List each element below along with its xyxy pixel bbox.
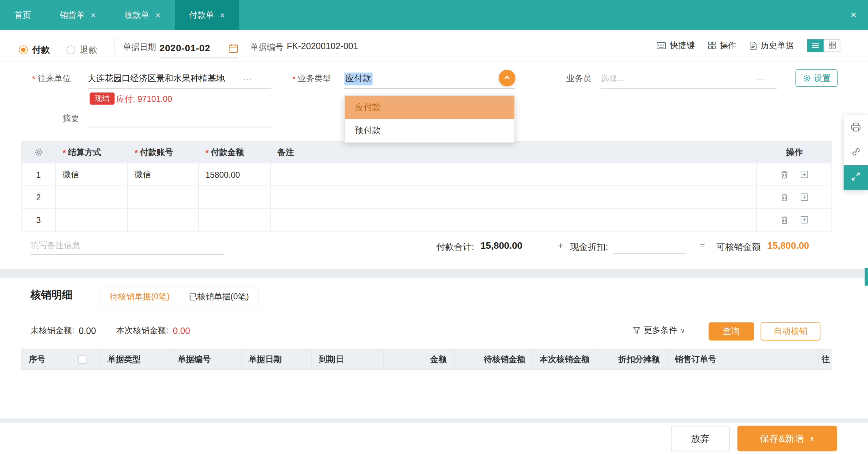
header-label: 单据编号 [178,354,211,365]
required-icon: * [135,148,138,157]
order-remark-input[interactable]: 填写备注信息 [30,237,224,255]
header-partner-clipped: 往 [819,349,832,369]
add-row-icon[interactable] [801,216,808,224]
remark-cell[interactable] [271,209,757,231]
more-conditions-button[interactable]: 更多条件 ∨ [633,325,685,336]
list-lines-icon [812,41,820,50]
checkbox-icon[interactable] [78,355,86,363]
link-icon [851,147,861,159]
partner-value: 大连花园口经济区景和水果种植基地 [87,73,224,85]
tab-label: 收款单 [124,10,149,20]
payment-account-cell[interactable] [128,186,199,208]
header-label: 备注 [277,147,294,158]
writeoff-panel: 核销明细 待核销单据(0笔) 已核销单据(0笔) 未核销金额: 0.00 本次核… [0,278,868,419]
collapse-dropdown-button[interactable] [499,70,516,87]
document-icon [750,41,757,50]
close-tab-icon[interactable]: × [91,11,96,19]
dropdown-option-payable[interactable]: 应付款 [345,96,514,119]
dropdown-option-prepaid[interactable]: 预付款 [345,119,514,142]
column-settings-cell[interactable] [22,142,56,163]
discard-button[interactable]: 放弃 [671,426,730,451]
row-number-text: 1 [36,170,41,179]
table-row: 3 [22,208,831,231]
list-view-toggle[interactable] [807,39,824,52]
close-tab-icon[interactable]: × [155,11,160,19]
grid-icon [708,42,716,50]
tab-sales-order[interactable]: 销货单 × [45,0,110,30]
tab-done-writeoff[interactable]: 已核销单据(0笔) [180,287,259,307]
partner-label-group: * 往来单位 [32,74,71,84]
topbar-spacer [239,0,839,30]
settlement-method-cell[interactable]: 微信 [56,163,128,185]
date-value: 2020-01-02 [159,43,210,54]
equals-sign: = [700,241,705,251]
tab-home[interactable]: 首页 [0,0,45,30]
divider [114,37,115,54]
tab-payment-order[interactable]: 付款单 × [175,0,239,30]
settings-button[interactable]: 设置 [796,69,838,87]
auto-writeoff-button[interactable]: 自动核销 [761,322,821,340]
radio-refund[interactable]: 退款 [66,44,97,56]
fullscreen-tool-button[interactable] [844,165,868,190]
radio-label: 付款 [32,44,50,56]
tool-label: 快捷键 [670,40,695,51]
gear-icon [802,74,811,82]
date-input[interactable]: 2020-01-02 [159,39,238,58]
grid-view-toggle[interactable] [824,39,841,52]
discount-input[interactable] [613,237,686,254]
biztype-label: 业务类型 [298,74,331,84]
header-label: 金额 [430,354,447,365]
delete-row-icon[interactable] [781,193,789,201]
header-current-amount: 本次核销金额 [533,349,597,369]
close-window-icon[interactable]: × [839,0,868,30]
partner-input[interactable]: 大连花园口经济区景和水果种植基地 ··· [87,70,271,89]
delete-row-icon[interactable] [781,170,789,179]
payable-amount-text: 应付: 97101.00 [116,94,172,105]
grid-view-icon [828,41,836,50]
scrollbar-thumb[interactable] [865,268,868,286]
query-button[interactable]: 查询 [709,322,754,340]
payment-amount-cell[interactable] [199,186,271,208]
header-label: 单据日期 [249,354,282,365]
add-row-icon[interactable] [801,193,808,201]
unwritten-amount: 未核销金额: 0.00 [30,326,96,336]
settlement-method-cell[interactable] [56,209,128,231]
summary-input[interactable] [87,109,271,128]
tab-pending-writeoff[interactable]: 待核销单据(0笔) [100,287,180,307]
remark-cell[interactable] [271,163,757,185]
delete-row-icon[interactable] [781,216,789,224]
remark-cell[interactable] [271,186,757,208]
tab-receipt-order[interactable]: 收款单 × [110,0,175,30]
date-label: 单据日期 [123,42,156,53]
settlement-method-cell[interactable] [56,186,128,208]
lookup-ellipsis-icon[interactable]: ··· [757,74,766,83]
required-icon: * [292,74,295,83]
header-label: 付款账号 [140,147,173,158]
current-writeoff-amount: 本次核销金额: 0.00 [116,326,190,336]
calendar-icon[interactable] [229,44,238,53]
payment-account-cell[interactable] [128,209,199,231]
salesman-input[interactable]: 选择... ··· [601,70,777,89]
payment-amount-cell[interactable] [199,209,271,231]
row-operations-cell [757,186,832,208]
operations-button[interactable]: 操作 [708,40,736,51]
writeoff-available-value: 15,800.00 [767,240,809,251]
header-pending-amount: 待核销金额 [455,349,533,369]
add-row-icon[interactable] [801,171,808,179]
history-docs-button[interactable]: 历史单据 [750,40,794,51]
radio-payment[interactable]: 付款 [19,44,50,56]
gear-icon [34,148,43,157]
payment-amount-cell[interactable]: 15800.00 [199,163,271,185]
header-toolbar: 快捷键 操作 历史单据 [657,30,841,61]
print-tool-button[interactable] [844,115,868,140]
doc-no-value: FK-20200102-001 [287,42,358,52]
close-tab-icon[interactable]: × [220,11,225,19]
cell-text: 微信 [63,169,79,180]
link-tool-button[interactable] [844,140,868,165]
biztype-input[interactable]: 应付款 [344,70,515,89]
shortcut-keys-button[interactable]: 快捷键 [657,40,695,51]
save-and-new-button[interactable]: 保存&新增 ∧ [737,426,837,451]
payment-account-cell[interactable]: 微信 [128,163,199,185]
lookup-ellipsis-icon[interactable]: ··· [243,74,252,83]
row-number-text: 3 [36,215,41,225]
